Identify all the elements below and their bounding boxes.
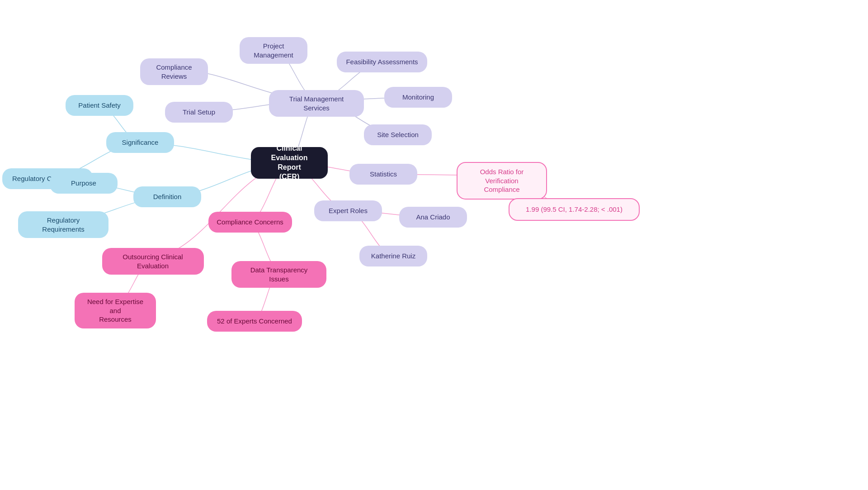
- node-center: Clinical Evaluation Report (CER): [251, 147, 328, 179]
- node-label-experts_concerned: 52 of Experts Concerned: [217, 317, 292, 326]
- node-label-expert_roles: Expert Roles: [329, 206, 368, 215]
- mindmap-container: Clinical Evaluation Report (CER)Signific…: [0, 0, 868, 490]
- node-regulatory_requirements: Regulatory Requirements: [18, 211, 108, 238]
- node-label-project_management: Project Management: [248, 42, 299, 59]
- node-label-compliance_reviews: Compliance Reviews: [148, 63, 200, 81]
- node-label-katherine_ruiz: Katherine Ruiz: [371, 252, 415, 261]
- node-label-compliance_concerns: Compliance Concerns: [217, 218, 283, 227]
- node-need_expertise: Need for Expertise and Resources: [75, 293, 156, 328]
- node-statistics: Statistics: [349, 164, 417, 185]
- node-data_transparency: Data Transparency Issues: [231, 261, 326, 288]
- node-ana_criado: Ana Criado: [399, 207, 467, 228]
- node-definition: Definition: [133, 186, 201, 207]
- node-trial_management: Trial Management Services: [269, 90, 364, 117]
- node-outsourcing: Outsourcing Clinical Evaluation: [102, 248, 204, 275]
- node-label-site_selection: Site Selection: [377, 130, 419, 139]
- node-label-statistics: Statistics: [370, 170, 397, 179]
- node-katherine_ruiz: Katherine Ruiz: [359, 246, 427, 266]
- node-purpose: Purpose: [50, 173, 118, 194]
- node-compliance_concerns: Compliance Concerns: [208, 212, 292, 233]
- node-label-stats_value: 1.99 (99.5 CI, 1.74-2.28; < .001): [526, 205, 623, 214]
- node-compliance_reviews: Compliance Reviews: [140, 58, 208, 85]
- node-odds_ratio: Odds Ratio for Verification Compliance: [457, 162, 547, 200]
- node-label-need_expertise: Need for Expertise and Resources: [83, 297, 148, 324]
- node-label-data_transparency: Data Transparency Issues: [240, 266, 318, 283]
- node-label-patient_safety: Patient Safety: [78, 101, 120, 110]
- node-label-ana_criado: Ana Criado: [416, 213, 450, 222]
- node-experts_concerned: 52 of Experts Concerned: [207, 311, 302, 332]
- connections-svg: [0, 0, 868, 490]
- node-label-odds_ratio: Odds Ratio for Verification Compliance: [466, 167, 538, 194]
- node-label-regulatory_requirements: Regulatory Requirements: [26, 216, 100, 233]
- node-label-significance: Significance: [122, 138, 159, 147]
- node-stats_value: 1.99 (99.5 CI, 1.74-2.28; < .001): [509, 198, 640, 221]
- node-label-trial_setup: Trial Setup: [183, 108, 215, 117]
- node-label-center: Clinical Evaluation Report (CER): [259, 144, 320, 181]
- node-label-purpose: Purpose: [71, 179, 96, 188]
- node-label-definition: Definition: [153, 192, 182, 201]
- node-feasibility: Feasibility Assessments: [337, 52, 427, 72]
- node-label-outsourcing: Outsourcing Clinical Evaluation: [110, 252, 196, 270]
- node-project_management: Project Management: [240, 37, 307, 64]
- node-label-feasibility: Feasibility Assessments: [346, 57, 418, 67]
- node-label-trial_management: Trial Management Services: [277, 95, 356, 112]
- node-label-monitoring: Monitoring: [402, 93, 434, 102]
- node-site_selection: Site Selection: [364, 124, 432, 145]
- node-patient_safety: Patient Safety: [66, 95, 133, 116]
- node-expert_roles: Expert Roles: [314, 200, 382, 221]
- node-monitoring: Monitoring: [384, 87, 452, 108]
- node-significance: Significance: [106, 132, 174, 153]
- node-trial_setup: Trial Setup: [165, 102, 233, 123]
